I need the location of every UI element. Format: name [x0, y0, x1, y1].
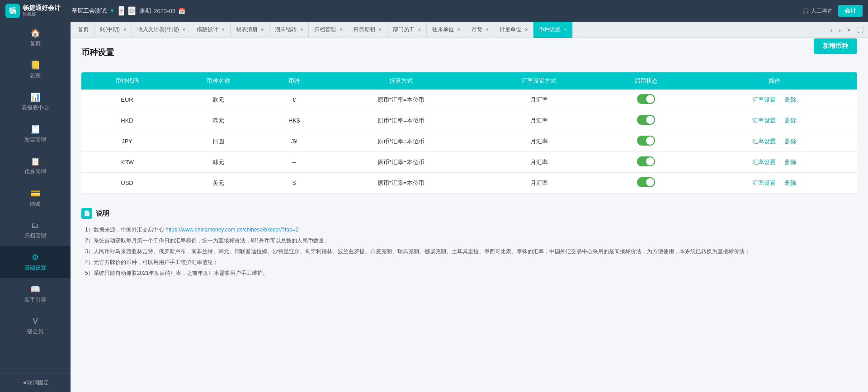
- sidebar-item-archive[interactable]: 🗂 归档管理: [0, 214, 71, 246]
- cell-code-2: JPY: [81, 131, 173, 152]
- cell-name-3: 韩元: [173, 152, 264, 173]
- col-code: 币种代码: [81, 72, 173, 90]
- tab-units[interactable]: 计量单位 ×: [494, 22, 533, 38]
- col-symbol: 币符: [264, 72, 324, 90]
- sidebar-item-checkout[interactable]: 💳 结账: [0, 182, 71, 214]
- sidebar-item-member[interactable]: V 畅会员: [0, 310, 71, 342]
- table-header-row: 币种代码 币种名称 币符 折算方式 汇率设置方式 启用状态 操作: [81, 72, 857, 90]
- sidebar-item-reports[interactable]: 📊 云报表中心: [0, 86, 71, 118]
- rate-settings-link-1[interactable]: 汇率设置: [752, 117, 776, 124]
- tab-template-close[interactable]: ×: [222, 27, 225, 32]
- tab-currency[interactable]: 币种设置 ×: [533, 22, 573, 38]
- delete-link-4[interactable]: 删除: [785, 179, 797, 186]
- status-toggle-3[interactable]: [637, 156, 655, 166]
- new-currency-button[interactable]: 新增币种: [814, 38, 857, 54]
- period-selector[interactable]: 账期 2023-03 📅: [139, 7, 185, 15]
- sidebar-pin-button[interactable]: ◄取消固定: [0, 373, 71, 392]
- cell-status-2: [600, 131, 692, 152]
- tab-subjects-close[interactable]: ×: [379, 27, 382, 32]
- tab-next-button[interactable]: ›: [836, 25, 844, 34]
- tab-template[interactable]: 模版设计 ×: [191, 22, 231, 38]
- settings-button[interactable]: ⚙: [128, 6, 136, 15]
- cell-rate-type-0: 月汇率: [478, 90, 600, 110]
- cell-calc-3: 原币*汇率=本位币: [324, 152, 477, 173]
- tab-units-label: 计量单位: [500, 26, 521, 33]
- kuaiji-button[interactable]: 会计: [838, 5, 863, 17]
- tab-archive[interactable]: 归档管理 ×: [309, 22, 348, 38]
- tab-income-close[interactable]: ×: [183, 27, 185, 32]
- cell-actions-2: 汇率设置 删除: [692, 131, 857, 152]
- tab-subjects[interactable]: 科目期初 ×: [348, 22, 387, 38]
- sidebar-item-ledger[interactable]: 📒 总账: [0, 54, 71, 86]
- cell-status-3: [600, 152, 692, 173]
- service-button[interactable]: 🎧 人工咨询: [802, 7, 833, 15]
- tab-prev-button[interactable]: ‹: [827, 25, 835, 34]
- status-toggle-2[interactable]: [637, 136, 655, 146]
- tab-balance[interactable]: 账(中期) ×: [94, 22, 132, 38]
- delete-link-2[interactable]: 删除: [785, 138, 797, 145]
- tab-contacts-label: 往来单位: [432, 26, 454, 33]
- tab-income[interactable]: 收入支出表(年报) ×: [132, 22, 191, 38]
- sidebar-item-guide[interactable]: 📖 新手引导: [0, 278, 71, 310]
- cell-rate-type-4: 月汇率: [478, 173, 600, 194]
- tab-expand-button[interactable]: ⛶: [854, 25, 866, 34]
- status-toggle-1[interactable]: [637, 115, 655, 125]
- sidebar-item-home[interactable]: 🏠 首页: [0, 22, 71, 54]
- sidebar-label-invoice: 发票管理: [24, 136, 46, 144]
- rate-settings-link-0[interactable]: 汇率设置: [752, 96, 776, 103]
- tab-close-all-button[interactable]: ×: [844, 25, 854, 34]
- guide-icon: 📖: [30, 284, 40, 294]
- tab-tax[interactable]: 税表清册 ×: [231, 22, 270, 38]
- rate-settings-link-4[interactable]: 汇率设置: [752, 179, 776, 186]
- table-row: HKD 港元 HK$ 原币*汇率=本位币 月汇率 汇率设置 删除: [81, 110, 857, 131]
- rate-settings-link-3[interactable]: 汇率设置: [752, 159, 776, 165]
- sidebar-label-archive: 归档管理: [24, 232, 46, 240]
- tab-contacts[interactable]: 往来单位 ×: [427, 22, 466, 38]
- chinamoney-link[interactable]: https://www.chinamoney.com.cn/chinese/bk…: [165, 227, 298, 233]
- rate-settings-link-2[interactable]: 汇率设置: [752, 138, 776, 145]
- ledger-icon: 📒: [30, 60, 40, 70]
- sidebar-label-settings: 基础设置: [24, 264, 46, 272]
- table-row: JPY 日圆 J¥ 原币*汇率=本位币 月汇率 汇率设置 删除: [81, 131, 857, 152]
- tab-contacts-close[interactable]: ×: [458, 27, 460, 32]
- cell-calc-0: 原币*汇率=本位币: [324, 90, 477, 110]
- cell-name-2: 日圆: [173, 131, 264, 152]
- tab-units-close[interactable]: ×: [525, 27, 528, 32]
- sidebar-label-ledger: 总账: [30, 72, 41, 80]
- currency-table: 币种代码 币种名称 币符 折算方式 汇率设置方式 启用状态 操作 EUR 欧元 …: [81, 72, 857, 194]
- tab-period-end-label: 期末结转: [275, 26, 297, 33]
- tab-currency-close[interactable]: ×: [564, 27, 567, 32]
- delete-link-1[interactable]: 删除: [785, 117, 797, 124]
- sidebar-bottom: ◄取消固定: [0, 373, 71, 392]
- cell-symbol-2: J¥: [264, 131, 324, 152]
- checkout-icon: 💳: [30, 189, 40, 198]
- sidebar-item-invoice[interactable]: 🧾 发票管理: [0, 118, 71, 150]
- cell-status-1: [600, 110, 692, 131]
- invoice-icon: 🧾: [30, 124, 40, 134]
- status-toggle-0[interactable]: [637, 94, 655, 104]
- sidebar-item-tax[interactable]: 📋 税务管理: [0, 150, 71, 182]
- table-row: KRW 韩元 -- 原币*汇率=本位币 月汇率 汇率设置 删除: [81, 152, 857, 173]
- tab-department-close[interactable]: ×: [418, 27, 421, 32]
- tab-home-label: 首页: [78, 26, 89, 33]
- tab-period-end[interactable]: 期末结转 ×: [269, 22, 309, 38]
- tab-balance-close[interactable]: ×: [123, 27, 126, 32]
- delete-link-0[interactable]: 删除: [785, 96, 797, 103]
- app-edition: 旗舰版: [23, 11, 61, 18]
- tab-archive-close[interactable]: ×: [340, 27, 342, 32]
- cell-symbol-3: --: [264, 152, 324, 173]
- cell-actions-0: 汇率设置 删除: [692, 90, 857, 110]
- tab-home[interactable]: 首页: [72, 22, 94, 38]
- tab-inventory-close[interactable]: ×: [486, 27, 489, 32]
- tab-inventory[interactable]: 存货 ×: [466, 22, 495, 38]
- workspace-selector[interactable]: 基层工会测试 ▼: [71, 7, 115, 15]
- tab-period-end-close[interactable]: ×: [300, 27, 303, 32]
- delete-link-3[interactable]: 删除: [785, 159, 797, 165]
- tab-subjects-label: 科目期初: [354, 26, 375, 33]
- tab-department[interactable]: 部门员工 ×: [387, 22, 427, 38]
- cell-code-4: USD: [81, 173, 173, 194]
- add-workspace-button[interactable]: +: [118, 6, 124, 16]
- tab-tax-close[interactable]: ×: [261, 27, 264, 32]
- sidebar-item-settings[interactable]: ⚙ 基础设置: [0, 246, 71, 278]
- status-toggle-4[interactable]: [637, 177, 655, 187]
